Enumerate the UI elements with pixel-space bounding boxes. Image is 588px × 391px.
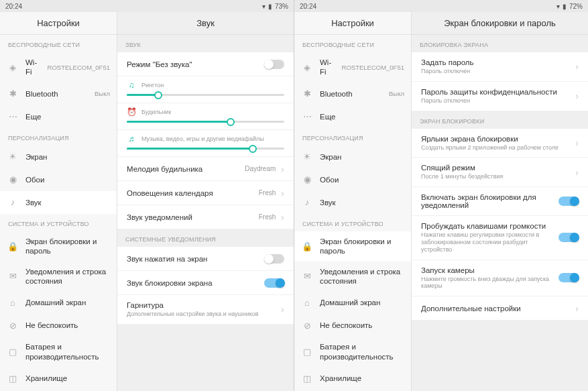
detail-section-header: ЭКРАН БЛОКИРОВКИ xyxy=(412,111,588,129)
setting-row[interactable]: Режим "Без звука" xyxy=(117,52,294,76)
sidebar-item-label: Обои xyxy=(25,175,110,184)
dnd-icon: ⊘ xyxy=(7,319,19,331)
slider-label: Рингтон xyxy=(141,82,164,89)
sidebar-item-label: Домашний экран xyxy=(320,298,404,307)
more-icon: ⋯ xyxy=(301,111,313,123)
chevron-right-icon: › xyxy=(575,91,579,101)
wifi-icon: ◈ xyxy=(301,61,313,73)
setting-row[interactable]: Дополнительные настройки› xyxy=(412,296,588,321)
chevron-right-icon: › xyxy=(575,167,579,178)
lock-icon: 🔒 xyxy=(301,240,313,252)
setting-row[interactable]: Спящий режимПосле 1 минуты бездействия› xyxy=(412,158,588,187)
slider-thumb[interactable] xyxy=(227,118,235,126)
sidebar-item-value: ROSTELECOM_0F51 xyxy=(48,64,110,71)
toggle-switch[interactable] xyxy=(558,273,579,282)
sidebar-item-label: Не беспокоить xyxy=(25,321,110,330)
sidebar-item-value: Выкл xyxy=(389,90,404,97)
notif-icon: ✉ xyxy=(7,270,19,282)
setting-value: Fresh xyxy=(259,189,276,197)
sidebar-item-dnd[interactable]: ⊘Не беспокоить xyxy=(294,314,411,337)
setting-row[interactable]: Пробуждать клавишами громкостиНажатие кл… xyxy=(412,216,588,260)
screen-left: 20:24 ▾ ▮ 73% Настройки БЕСПРОВОДНЫЕ СЕТ… xyxy=(0,0,294,391)
toggle-switch[interactable] xyxy=(264,254,284,264)
ringtone-icon: ♫ xyxy=(127,80,136,90)
setting-row[interactable]: Включать экран блокировки для уведомлени… xyxy=(412,187,588,216)
sidebar-item-more[interactable]: ⋯Еще xyxy=(0,105,117,128)
sidebar-item-bluetooth[interactable]: ✱BluetoothВыкл xyxy=(294,82,411,105)
sidebar-item-wifi[interactable]: ◈Wi-FiROSTELECOM_0F51 xyxy=(294,52,411,82)
sidebar-item-dnd[interactable]: ⊘Не беспокоить xyxy=(0,314,117,337)
sidebar-item-battery[interactable]: ▢Батарея и производительность xyxy=(294,337,411,367)
toggle-switch[interactable] xyxy=(264,60,284,69)
sidebar-item-wifi[interactable]: ◈Wi-FiROSTELECOM_0F51 xyxy=(0,52,117,82)
sidebar-item-label: Еще xyxy=(25,112,110,121)
sidebar-item-label: Домашний экран xyxy=(25,298,110,307)
home-icon: ⌂ xyxy=(301,296,313,309)
sidebar-item-sound[interactable]: ♪Звук xyxy=(294,191,411,214)
sidebar-item-label: Экран блокировки и пароль xyxy=(320,237,404,256)
setting-sublabel: После 1 минуты бездействия xyxy=(421,173,570,180)
sidebar-title: Настройки xyxy=(294,12,411,35)
setting-row[interactable]: Мелодия будильникаDaydream› xyxy=(117,157,294,181)
sidebar-item-display[interactable]: ☀Экран xyxy=(294,146,411,168)
setting-row[interactable]: ГарнитураДополнительные настройки звука … xyxy=(117,295,294,325)
sidebar-item-lock[interactable]: 🔒Экран блокировки и пароль xyxy=(0,231,117,262)
sidebar-item-notif[interactable]: ✉Уведомления и строка состояния xyxy=(294,262,411,292)
setting-row[interactable]: Звук блокировки экрана xyxy=(117,271,294,295)
setting-sublabel: Нажмите громкость вниз дважды для запуск… xyxy=(421,276,553,290)
setting-row[interactable]: Задать парольПароль отключен› xyxy=(412,52,588,82)
sidebar-item-storage[interactable]: ◫Хранилище xyxy=(0,367,117,390)
display-icon: ☀ xyxy=(301,151,313,163)
setting-row[interactable]: Ярлыки экрана блокировкиСоздать ярлыки 2… xyxy=(412,129,588,158)
sidebar-item-more[interactable]: ⋯Еще xyxy=(294,105,411,128)
detail-title: Экран блокировки и пароль xyxy=(412,12,588,35)
volume-slider[interactable] xyxy=(127,148,284,150)
setting-label: Задать пароль xyxy=(421,58,570,66)
toggle-switch[interactable] xyxy=(558,233,579,242)
wifi-status-icon: ▾ xyxy=(262,3,266,10)
setting-row[interactable]: Оповещения календаряFresh› xyxy=(117,181,294,205)
slider-thumb[interactable] xyxy=(249,145,257,153)
sidebar-item-sound[interactable]: ♪Звук xyxy=(0,191,117,214)
chevron-right-icon: › xyxy=(575,303,579,314)
toggle-switch[interactable] xyxy=(558,197,579,206)
sidebar-list: БЕСПРОВОДНЫЕ СЕТИ◈Wi-FiROSTELECOM_0F51✱B… xyxy=(0,35,117,391)
setting-row[interactable]: Звук нажатия на экран xyxy=(117,247,294,271)
setting-row[interactable]: Запуск камерыНажмите громкость вниз дваж… xyxy=(412,260,588,297)
sidebar-item-battery[interactable]: ▢Батарея и производительность xyxy=(0,337,117,367)
chevron-right-icon: › xyxy=(281,188,284,199)
sidebar-item-notif[interactable]: ✉Уведомления и строка состояния xyxy=(0,262,117,292)
toggle-switch[interactable] xyxy=(264,278,284,288)
sidebar-item-bluetooth[interactable]: ✱BluetoothВыкл xyxy=(0,82,117,105)
volume-slider[interactable] xyxy=(127,121,284,123)
setting-label: Режим "Без звука" xyxy=(127,60,259,68)
sidebar-item-wallpaper[interactable]: ◉Обои xyxy=(0,168,117,191)
storage-icon: ◫ xyxy=(7,372,19,384)
volume-slider-row: ♫Рингтон xyxy=(117,76,294,103)
sidebar-item-storage[interactable]: ◫Хранилище xyxy=(294,367,411,390)
slider-label: Будильник xyxy=(141,109,171,115)
chevron-right-icon: › xyxy=(575,137,579,148)
sidebar-item-label: Звук xyxy=(25,198,110,207)
setting-row[interactable]: Пароль защиты конфиденциальностиПароль о… xyxy=(412,82,588,111)
volume-slider[interactable] xyxy=(127,94,284,96)
chevron-right-icon: › xyxy=(575,61,579,72)
setting-sublabel: Создать ярлыки 2 приложений на рабочем с… xyxy=(421,144,570,152)
statusbar-time: 20:24 xyxy=(300,3,316,10)
sidebar-title: Настройки xyxy=(0,12,117,35)
detail-pane: Звук ЗВУКРежим "Без звука"♫Рингтон⏰Будил… xyxy=(117,12,294,391)
sidebar-item-lock[interactable]: 🔒Экран блокировки и пароль xyxy=(294,231,411,262)
slider-thumb[interactable] xyxy=(154,91,162,99)
sidebar-item-label: Батарея и производительность xyxy=(320,342,404,361)
setting-row[interactable]: Звук уведомленийFresh› xyxy=(117,205,294,229)
section-header: БЕСПРОВОДНЫЕ СЕТИ xyxy=(0,35,117,52)
sidebar-item-label: Уведомления и строка состояния xyxy=(25,267,110,286)
setting-label: Пробуждать клавишами громкости xyxy=(421,222,553,230)
sidebar-item-home[interactable]: ⌂Домашний экран xyxy=(0,291,117,314)
detail-group: Режим "Без звука"♫Рингтон⏰Будильник♬Музы… xyxy=(117,52,294,229)
sidebar-item-display[interactable]: ☀Экран xyxy=(0,146,117,168)
sidebar-item-home[interactable]: ⌂Домашний экран xyxy=(294,291,411,314)
battery-status-icon: ▮ xyxy=(563,3,567,10)
sidebar-item-label: Уведомления и строка состояния xyxy=(320,267,404,286)
sidebar-item-wallpaper[interactable]: ◉Обои xyxy=(294,168,411,191)
